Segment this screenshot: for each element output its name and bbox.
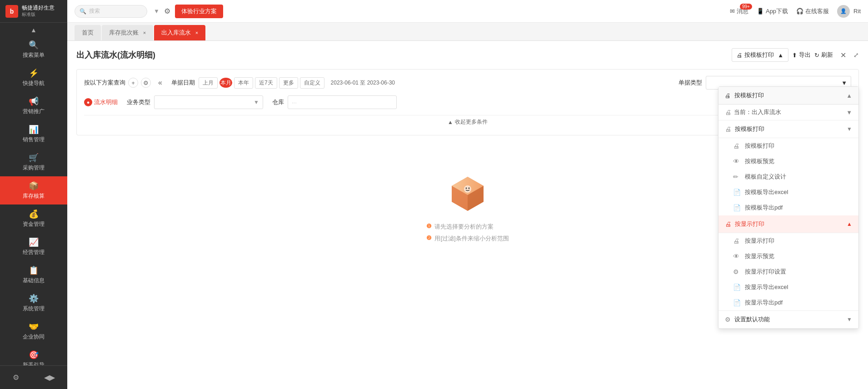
topbar-left: 🔍 搜索 ▼ ⚙ 体验行业方案 (75, 5, 223, 18)
sidebar-item-quick-nav[interactable]: ⚡ 快捷导航 (0, 64, 67, 92)
sidebar-item-search[interactable]: 🔍 搜索菜单 (0, 35, 67, 64)
set-default-section-header[interactable]: ⚙ 设置默认功能 ▼ (718, 310, 858, 329)
filter-label: 按以下方案查询 (84, 79, 125, 87)
app-download-item[interactable]: 📱 App下载 (757, 7, 788, 15)
warehouse-placeholder: ··· (292, 99, 297, 106)
template-preview-item[interactable]: 👁 按模板预览 (718, 154, 858, 169)
template-print-section-header[interactable]: 🖨 按模板打印 ▼ (718, 120, 858, 138)
filter-tag[interactable]: ● 流水明细 (84, 98, 118, 106)
sidebar-item-label: 系统管理 (23, 305, 45, 313)
search-box[interactable]: 🔍 搜索 (75, 5, 147, 18)
filter-collapse-btn[interactable]: « (158, 79, 162, 87)
sidebar-item-label: 新手引导 (23, 361, 45, 365)
display-preview-label: 按显示预览 (745, 252, 774, 260)
sidebar-item-operation[interactable]: 📈 经营管理 (0, 233, 67, 261)
logo-name: 畅捷通好生意 (22, 5, 55, 12)
collapse-sidebar-icon[interactable]: ◀▶ (40, 371, 59, 384)
date-this-year-btn[interactable]: 本年 (234, 77, 253, 89)
current-chevron-icon[interactable]: ▼ (846, 109, 852, 116)
business-type-chevron-icon: ▼ (254, 99, 259, 105)
date-7days-btn[interactable]: 近7天 (255, 77, 277, 89)
user-name: Rit (853, 8, 861, 15)
sidebar-item-marketing[interactable]: 📢 营销推广 (0, 92, 67, 120)
svg-point-5 (466, 188, 467, 189)
hint-text-2: 用[过滤]条件来缩小分析范围 (434, 234, 509, 243)
display-preview-item[interactable]: 👁 按显示预览 (718, 249, 858, 264)
sidebar-item-basic[interactable]: 📋 基础信息 (0, 261, 67, 289)
expand-window-icon[interactable]: ⤢ (853, 51, 859, 59)
tab-home[interactable]: 首页 (75, 25, 101, 40)
tabs-bar: 首页 库存批次账 × 出入库流水 × (67, 23, 868, 41)
avatar: 👤 (837, 5, 850, 18)
sidebar-item-purchase[interactable]: 🛒 采购管理 (0, 148, 67, 176)
dropdown-current-label-row: 🖨 当前：出入库流水 ▼ (718, 105, 858, 120)
search-chevron-icon[interactable]: ▼ (154, 8, 160, 15)
export-btn[interactable]: ⬆ 导出 (792, 51, 811, 59)
close-window-icon[interactable]: ✕ (840, 51, 846, 60)
sidebar-item-collab[interactable]: 🤝 企业协同 (0, 317, 67, 345)
template-preview-label: 按模板预览 (745, 157, 774, 165)
display-print-item[interactable]: 🖨 按显示打印 (718, 233, 858, 249)
refresh-icon: ↻ (814, 52, 819, 59)
settings-bottom-icon[interactable]: ⚙ (9, 371, 23, 384)
template-custom-label: 模板自定义设计 (745, 173, 786, 181)
search-icon: 🔍 (29, 40, 39, 50)
template-export-excel-item[interactable]: 📄 按模板导出excel (718, 185, 858, 200)
set-default-chevron-icon: ▼ (847, 316, 852, 323)
template-export-pdf-item[interactable]: 📄 按模板导出pdf (718, 200, 858, 215)
industry-btn[interactable]: 体验行业方案 (175, 5, 223, 18)
set-default-icon: ⚙ (725, 316, 731, 323)
operation-icon: 📈 (29, 237, 39, 247)
topbar-gear-icon[interactable]: ⚙ (164, 7, 170, 15)
tab-batch-account[interactable]: 库存批次账 × (102, 25, 153, 40)
template-export-excel-label: 按模板导出excel (745, 188, 788, 196)
sidebar-item-sales[interactable]: 📊 销售管理 (0, 120, 67, 148)
display-print-settings-item[interactable]: ⚙ 按显示打印设置 (718, 264, 858, 279)
display-export-pdf-item[interactable]: 📄 按显示导出pdf (718, 295, 858, 310)
collab-icon: 🤝 (29, 322, 39, 332)
template-custom-item[interactable]: ✏ 模板自定义设计 (718, 169, 858, 185)
template-export-pdf-label: 按模板导出pdf (745, 204, 783, 212)
sidebar-item-label: 销售管理 (23, 136, 45, 144)
date-more-btn[interactable]: 更多 (279, 77, 298, 89)
inventory-icon: 📦 (29, 181, 39, 191)
display-preview-icon: 👁 (733, 253, 740, 260)
template-print-item[interactable]: 🖨 按模板打印 (718, 138, 858, 154)
sidebar-nav: ▲ 🔍 搜索菜单 ⚡ 快捷导航 📢 营销推广 📊 销售管理 🛒 采购管理 📦 库… (0, 23, 67, 365)
online-service-item[interactable]: 🎧 在线客服 (796, 7, 829, 15)
current-print-icon: 🖨 (725, 109, 731, 116)
svg-point-6 (469, 188, 470, 189)
tab-inventory-flow[interactable]: 出入库流水 × (154, 25, 205, 40)
filter-add-btn[interactable]: + (128, 78, 138, 88)
user-avatar-item[interactable]: 👤 Rit (837, 5, 861, 18)
sidebar-item-guide[interactable]: 🎯 新手引导 (0, 345, 67, 365)
filter-settings-btn[interactable]: ⚙ (141, 78, 151, 88)
print-template-btn[interactable]: 🖨 按模板打印 ▲ (732, 48, 788, 62)
sidebar-item-label: 基础信息 (23, 277, 45, 284)
sidebar-item-system[interactable]: ⚙️ 系统管理 (0, 289, 67, 317)
tab-inventory-flow-close[interactable]: × (195, 30, 198, 35)
date-custom-btn[interactable]: 自定义 (300, 77, 324, 89)
sidebar-item-inventory[interactable]: 📦 库存核算 (0, 176, 67, 204)
display-export-excel-item[interactable]: 📄 按显示导出excel (718, 279, 858, 295)
template-print-section-icon: 🖨 (725, 125, 731, 133)
business-type-select[interactable]: ▼ (154, 95, 263, 109)
printer-panel-icon: 🖨 (725, 92, 731, 99)
warehouse-select[interactable]: ··· (288, 95, 397, 109)
display-print-section-header[interactable]: 🖨 按显示打印 ▲ (718, 215, 858, 233)
app-logo: b 畅捷通好生意 标准版 (0, 0, 67, 23)
display-print-section-label: 按显示打印 (735, 220, 764, 228)
dropdown-close-chevron[interactable]: ▲ (846, 92, 852, 99)
sidebar-item-finance[interactable]: 💰 资金管理 (0, 204, 67, 233)
date-range-display: 2023-06-01 至 2023-06-30 (331, 79, 395, 87)
tab-batch-account-close[interactable]: × (143, 30, 146, 35)
doctype-chevron-icon: ▼ (841, 80, 847, 86)
date-this-month-btn[interactable]: 本月 (219, 78, 232, 88)
date-last-month-btn[interactable]: 上月 (199, 77, 218, 89)
message-item[interactable]: ✉ 消息 99+ (730, 7, 748, 15)
display-print-title: 🖨 按显示打印 (725, 220, 764, 228)
sidebar-scroll-up[interactable]: ▲ (0, 25, 67, 35)
display-export-excel-label: 按显示导出excel (745, 283, 788, 291)
filter-tag-label: 流水明细 (94, 98, 118, 106)
refresh-btn[interactable]: ↻ 刷新 (814, 51, 833, 59)
